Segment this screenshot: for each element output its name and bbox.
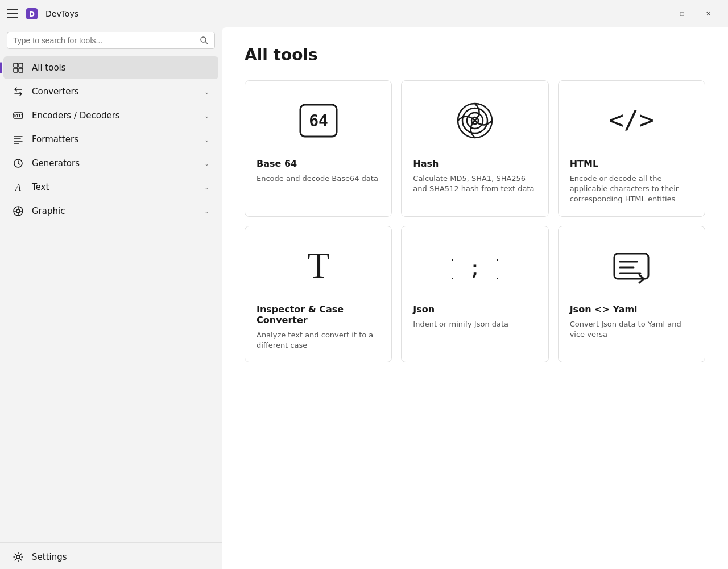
- svg-rect-6: [14, 68, 18, 72]
- inspector-case-icon: T: [257, 238, 380, 295]
- svg-point-17: [16, 209, 20, 213]
- tool-card-json-yaml[interactable]: Json <> Yaml Convert Json data to Yaml a…: [558, 226, 705, 362]
- json-yaml-icon: [570, 238, 693, 295]
- json-title: Json: [413, 304, 536, 315]
- svg-text:64: 64: [309, 112, 328, 130]
- converters-icon: [13, 86, 24, 97]
- svg-point-22: [16, 555, 20, 559]
- svg-rect-4: [14, 63, 18, 67]
- json-icon: { ; }: [413, 238, 536, 295]
- minimize-button[interactable]: −: [643, 5, 669, 23]
- app-icon: D: [25, 7, 39, 20]
- hash-icon: [413, 92, 536, 149]
- tool-card-inspector-case[interactable]: T Inspector & Case Converter Analyze tex…: [245, 226, 392, 362]
- html-icon: </>: [570, 92, 693, 149]
- tools-grid: 64 Base 64 Encode and decode Base64 data: [245, 80, 705, 362]
- sidebar-item-formatters[interactable]: Formatters ⌄: [3, 128, 218, 151]
- base64-icon: 64: [257, 92, 380, 149]
- base64-title: Base 64: [257, 158, 380, 169]
- svg-text:</>: </>: [609, 105, 654, 134]
- sidebar-item-encoders-label: Encoders / Decoders: [32, 110, 197, 121]
- tool-card-json[interactable]: { ; } Json Indent or minify Json data: [401, 226, 548, 362]
- svg-text:D: D: [29, 10, 35, 18]
- hamburger-menu-icon[interactable]: [7, 8, 18, 19]
- tool-card-hash[interactable]: Hash Calculate MD5, SHA1, SHA256 and SHA…: [401, 80, 548, 217]
- sidebar-item-formatters-label: Formatters: [32, 134, 197, 145]
- formatters-icon: [13, 134, 24, 145]
- svg-text:1011: 1011: [13, 114, 24, 118]
- hash-desc: Calculate MD5, SHA1, SHA256 and SHA512 h…: [413, 174, 536, 194]
- sidebar-item-converters[interactable]: Converters ⌄: [3, 80, 218, 103]
- sidebar: All tools Converters ⌄ 1011 Encoders / D…: [0, 27, 222, 569]
- app-title: DevToys: [46, 9, 78, 18]
- text-nav-icon: A: [13, 182, 24, 193]
- svg-text:T: T: [307, 245, 329, 286]
- html-desc: Encode or decode all the applicable char…: [570, 174, 693, 205]
- inspector-case-title: Inspector & Case Converter: [257, 304, 380, 325]
- sidebar-item-converters-label: Converters: [32, 86, 197, 97]
- html-title: HTML: [570, 158, 693, 169]
- main-content: All tools 64 Base 64 Encode and decode B…: [222, 27, 728, 569]
- text-chevron-icon: ⌄: [205, 184, 209, 191]
- sidebar-item-generators-label: Generators: [32, 158, 197, 168]
- sidebar-item-text[interactable]: A Text ⌄: [3, 176, 218, 199]
- settings-icon: [13, 551, 24, 563]
- close-button[interactable]: ✕: [695, 5, 721, 23]
- sidebar-item-settings[interactable]: Settings: [3, 546, 218, 568]
- window-controls: − □ ✕: [643, 5, 721, 23]
- graphic-nav-icon: [13, 205, 24, 217]
- search-input[interactable]: [13, 36, 195, 45]
- all-tools-icon: [13, 62, 24, 73]
- svg-rect-7: [19, 68, 23, 72]
- base64-desc: Encode and decode Base64 data: [257, 174, 380, 184]
- tool-card-html[interactable]: </> HTML Encode or decode all the applic…: [558, 80, 705, 217]
- svg-text:{ ; }: { ; }: [452, 255, 498, 281]
- svg-rect-32: [614, 254, 648, 279]
- sidebar-item-text-label: Text: [32, 182, 197, 192]
- generators-chevron-icon: ⌄: [205, 160, 209, 167]
- app-body: All tools Converters ⌄ 1011 Encoders / D…: [0, 27, 728, 569]
- graphic-chevron-icon: ⌄: [205, 208, 209, 215]
- encoders-chevron-icon: ⌄: [205, 113, 209, 119]
- sidebar-item-generators[interactable]: Generators ⌄: [3, 152, 218, 175]
- sidebar-item-graphic-label: Graphic: [32, 206, 197, 216]
- titlebar: D DevToys − □ ✕: [0, 0, 728, 27]
- inspector-case-desc: Analyze text and convert it to a differe…: [257, 330, 380, 351]
- sidebar-item-all-tools-label: All tools: [32, 63, 209, 73]
- search-box: [7, 32, 215, 49]
- svg-text:A: A: [15, 183, 21, 192]
- sidebar-item-all-tools[interactable]: All tools: [3, 56, 218, 79]
- hash-title: Hash: [413, 158, 536, 169]
- page-title: All tools: [245, 46, 705, 64]
- json-yaml-title: Json <> Yaml: [570, 304, 693, 315]
- sidebar-item-settings-label: Settings: [32, 552, 209, 562]
- sidebar-item-encoders-decoders[interactable]: 1011 Encoders / Decoders ⌄: [3, 104, 218, 127]
- maximize-button[interactable]: □: [669, 5, 695, 23]
- generators-icon: [13, 158, 24, 169]
- json-yaml-desc: Convert Json data to Yaml and vice versa: [570, 319, 693, 340]
- search-icon: [200, 36, 209, 45]
- encoders-icon: 1011: [13, 110, 24, 121]
- svg-line-3: [205, 42, 208, 44]
- formatters-chevron-icon: ⌄: [205, 137, 209, 143]
- tool-card-base64[interactable]: 64 Base 64 Encode and decode Base64 data: [245, 80, 392, 217]
- json-desc: Indent or minify Json data: [413, 319, 536, 329]
- svg-rect-5: [19, 63, 23, 67]
- sidebar-item-graphic[interactable]: Graphic ⌄: [3, 200, 218, 222]
- search-container: [0, 27, 222, 56]
- converters-chevron-icon: ⌄: [205, 89, 209, 95]
